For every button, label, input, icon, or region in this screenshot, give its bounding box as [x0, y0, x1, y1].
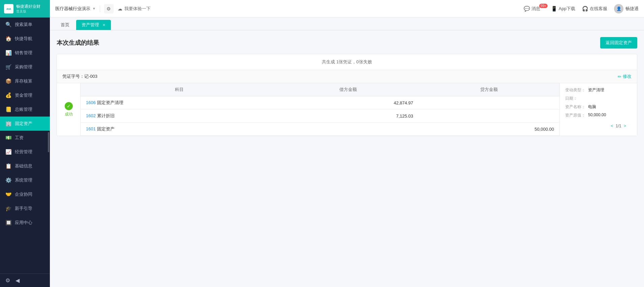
sidebar-item-operations[interactable]: 📈 经营管理: [0, 145, 50, 159]
sidebar-item-purchase[interactable]: 🛒 采购管理: [0, 60, 50, 74]
experience-icon: ☁: [118, 6, 122, 11]
change-type-label: 变动类型：: [565, 87, 585, 93]
sidebar-item-system[interactable]: ⚙️ 系统管理: [0, 173, 50, 187]
subject-cell: 1601 固定资产: [81, 123, 278, 136]
payroll-icon: 💵: [5, 135, 11, 141]
tabs-bar: 首页 资产管理 ✕: [50, 18, 644, 30]
settings-footer-icon[interactable]: ⚙: [5, 277, 10, 284]
sidebar-item-label: 采购管理: [15, 64, 32, 70]
sidebar-item-finance[interactable]: 💰 资金管理: [0, 88, 50, 102]
sidebar-nav: 🔍 搜索菜单 🏠 快捷导航 📊 销售管理 🛒 采购管理 📦 库存核算 💰 资金管…: [0, 18, 50, 274]
col-header-subject: 科目: [81, 83, 278, 96]
summary-bar: 共生成 1张凭证，0张失败: [57, 54, 637, 70]
change-type-row: 变动类型： 资产清理: [565, 87, 632, 93]
sidebar-item-basic-info[interactable]: 📋 基础信息: [0, 159, 50, 173]
table-row: 1606 固定资产清理 42,874.97: [81, 96, 559, 109]
subject-code-1[interactable]: 1606: [86, 100, 96, 105]
tab-home-label: 首页: [61, 22, 69, 27]
sidebar-item-label: 工资: [15, 135, 24, 141]
finance-icon: 💰: [5, 92, 11, 98]
experience-button[interactable]: ☁ 我要体验一下: [118, 6, 151, 12]
edit-icon: ✏: [618, 74, 621, 79]
topbar-right: 💬 消息 99+ 📱 App下载 🎧 在线客服 👤 畅捷通: [524, 4, 639, 13]
inventory-icon: 📦: [5, 78, 11, 84]
scroll-indicator: [48, 132, 49, 152]
sidebar-item-label: 快捷导航: [15, 36, 32, 42]
guide-icon: 🎓: [5, 205, 11, 212]
sales-icon: 📊: [5, 50, 11, 56]
topbar: 医疗器械行业演示 ▼ ⚙ ☁ 我要体验一下 💬 消息 99+ 📱 App下载 🎧…: [50, 0, 644, 18]
sidebar-item-label: 固定资产: [15, 121, 32, 127]
sidebar-item-label: 新手引导: [15, 205, 32, 212]
debit-cell-1: 42,874.97: [278, 96, 419, 109]
sidebar-item-inventory[interactable]: 📦 库存核算: [0, 74, 50, 88]
system-icon: ⚙️: [5, 177, 11, 183]
content-area: 本次生成的结果 返回固定资产 共生成 1张凭证，0张失败 凭证字号：记-003 …: [50, 30, 644, 287]
asset-value-label: 资产原值：: [565, 113, 585, 118]
sidebar-item-sales[interactable]: 📊 销售管理: [0, 46, 50, 60]
sidebar-item-enterprise[interactable]: 🤝 企业协同: [0, 187, 50, 201]
service-icon: 🎧: [582, 6, 588, 12]
next-page[interactable]: >: [624, 124, 626, 128]
sidebar-item-ledger[interactable]: 📒 总账管理: [0, 102, 50, 117]
status-text: 成功: [65, 111, 73, 117]
voucher-edit-button[interactable]: ✏ 修改: [618, 73, 632, 79]
sidebar-item-payroll[interactable]: 💵 工资: [0, 131, 50, 145]
sidebar-item-search[interactable]: 🔍 搜索菜单: [0, 18, 50, 32]
prev-page[interactable]: <: [611, 124, 613, 128]
sidebar-item-label: 基础信息: [15, 163, 32, 169]
table-section: 科目 借方金额 贷方金额 1606 固定资产清理: [81, 83, 559, 136]
asset-value-row: 资产原值： 50,000.00: [565, 113, 632, 118]
sidebar-item-label: 系统管理: [15, 177, 32, 183]
sidebar-item-label: 经营管理: [15, 149, 32, 155]
avatar: 👤: [614, 4, 623, 13]
detail-panel: 变动类型： 资产清理 日期： 资产名称： 电脑 资产原值： 50,000.00: [559, 83, 637, 136]
return-button[interactable]: 返回固定资产: [600, 37, 637, 49]
asset-name-label: 资产名称：: [565, 104, 585, 110]
voucher-body: ✓ 成功 科目 借方金额 贷方金额: [57, 83, 637, 136]
experience-label: 我要体验一下: [124, 6, 151, 12]
tab-home[interactable]: 首页: [55, 20, 75, 30]
company-selector[interactable]: 医疗器械行业演示 ▼: [55, 6, 96, 12]
online-service-button[interactable]: 🎧 在线客服: [582, 6, 607, 12]
subject-name-2: 累计折旧: [97, 113, 115, 118]
sidebar-item-apps[interactable]: 🔲 应用中心: [0, 216, 50, 230]
subject-code-2[interactable]: 1602: [86, 113, 96, 118]
basic-info-icon: 📋: [5, 163, 11, 169]
page-info: 1/1: [616, 124, 621, 128]
subject-code-3[interactable]: 1601: [86, 126, 96, 131]
voucher-number: 凭证字号：记-003: [62, 73, 97, 79]
sidebar-item-label: 应用中心: [15, 220, 32, 226]
sidebar-item-quicknav[interactable]: 🏠 快捷导航: [0, 32, 50, 46]
subject-cell: 1602 累计折旧: [81, 109, 278, 123]
operations-icon: 📈: [5, 149, 11, 155]
settings-button[interactable]: ⚙: [104, 4, 114, 13]
asset-name-value: 电脑: [588, 104, 596, 110]
pagination: < 1/1 >: [565, 121, 632, 131]
credit-cell-1: [419, 96, 559, 109]
sidebar-footer: ⚙ ◀: [0, 274, 50, 287]
ledger-icon: 📒: [5, 106, 11, 113]
success-icon: ✓: [65, 102, 73, 110]
user-info[interactable]: 👤 畅捷通: [614, 4, 639, 13]
app-download-button[interactable]: 📱 App下载: [551, 6, 575, 12]
online-service-label: 在线客服: [590, 6, 607, 12]
edition-label: 普及版: [16, 9, 40, 14]
tab-close-icon[interactable]: ✕: [102, 23, 105, 27]
sidebar-item-label: 总账管理: [15, 106, 32, 113]
tab-asset-mgmt[interactable]: 资产管理 ✕: [76, 20, 111, 30]
table-row: 1602 累计折旧 7,125.03: [81, 109, 559, 123]
sidebar-item-guide[interactable]: 🎓 新手引导: [0, 201, 50, 216]
page-title: 本次生成的结果: [57, 39, 99, 47]
debit-cell-3: [278, 123, 419, 136]
table-row: 1601 固定资产 50,000.00: [81, 123, 559, 136]
status-column: ✓ 成功: [57, 83, 81, 136]
purchase-icon: 🛒: [5, 64, 11, 70]
asset-name-row: 资产名称： 电脑: [565, 104, 632, 110]
search-icon: 🔍: [5, 22, 11, 28]
enterprise-icon: 🤝: [5, 191, 11, 197]
message-button[interactable]: 💬 消息 99+: [524, 6, 544, 12]
subject-name-3: 固定资产: [97, 126, 115, 131]
sidebar-item-fixed-assets[interactable]: 🏢 固定资产: [0, 117, 50, 131]
collapse-footer-icon[interactable]: ◀: [16, 277, 20, 284]
